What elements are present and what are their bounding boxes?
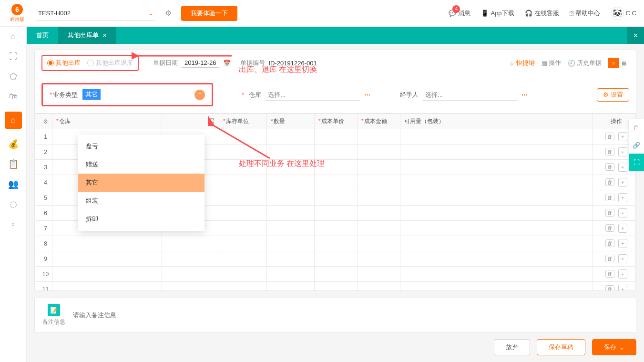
- tab-other-out[interactable]: 其他出库单 ✕: [58, 27, 116, 44]
- promo-button[interactable]: 我要体验一下: [181, 6, 237, 21]
- more-icon[interactable]: ▫: [9, 219, 18, 229]
- org-selector[interactable]: TEST-H002 ⌄: [36, 6, 155, 21]
- delete-row-icon[interactable]: 🗑: [605, 285, 614, 291]
- tab-bar: 首页 其他出库单 ✕ ✕: [27, 27, 644, 44]
- delete-row-icon[interactable]: 🗑: [605, 209, 614, 217]
- calendar-icon[interactable]: 📅: [223, 60, 231, 67]
- doc-date-value[interactable]: 2019-12-26: [182, 58, 219, 68]
- help-center-link[interactable]: ⍰ 帮助中心: [570, 9, 600, 18]
- delete-row-icon[interactable]: 🗑: [605, 178, 614, 186]
- add-row-icon[interactable]: ＋: [618, 254, 627, 263]
- add-row-icon[interactable]: ＋: [618, 239, 627, 248]
- dropdown-option[interactable]: 拆卸: [78, 210, 204, 228]
- table-row[interactable]: 8 🗑＋: [35, 236, 636, 251]
- note-tool-icon[interactable]: 🗒: [629, 119, 644, 136]
- table-row[interactable]: 9 🗑＋: [35, 251, 636, 267]
- more-dots-icon[interactable]: ⋯: [364, 91, 371, 98]
- add-row-icon[interactable]: ＋: [618, 163, 627, 172]
- clipboard-icon[interactable]: 📋: [9, 159, 18, 169]
- add-row-icon[interactable]: ＋: [618, 193, 627, 202]
- remark-input[interactable]: [73, 308, 628, 322]
- dropdown-option[interactable]: 赠送: [78, 155, 204, 174]
- doc-no-value: ID-20191226-001: [269, 60, 317, 67]
- tab-home-label: 首页: [36, 31, 49, 40]
- people-icon[interactable]: 👥: [9, 179, 18, 189]
- add-row-icon[interactable]: ＋: [618, 224, 627, 233]
- gear-icon: ⚙: [603, 91, 609, 98]
- app-download-link[interactable]: 📱 App下载: [481, 9, 514, 18]
- add-row-icon[interactable]: ＋: [618, 285, 627, 291]
- user-menu[interactable]: 🐼 C C: [611, 7, 636, 20]
- table-row[interactable]: 11 🗑＋: [35, 282, 636, 291]
- delete-row-icon[interactable]: 🗑: [605, 163, 614, 171]
- help-icon: ⍰: [570, 10, 573, 17]
- settings-gear-icon[interactable]: ⚙: [165, 9, 172, 18]
- app-download-label: App下载: [491, 9, 514, 18]
- tab-other-out-label: 其他出库单: [68, 31, 99, 40]
- table-settings-icon[interactable]: ⚙: [35, 114, 52, 129]
- settings-button[interactable]: ⚙ 设置: [597, 88, 629, 102]
- dropdown-option[interactable]: 盘亏: [78, 137, 204, 155]
- radio-other-return[interactable]: 其他出库退库: [87, 59, 133, 67]
- tag-icon[interactable]: ⬠: [9, 72, 18, 81]
- note-icon: 📝: [48, 304, 60, 316]
- discard-button[interactable]: 放弃: [494, 339, 530, 355]
- expand-tool-icon[interactable]: ⛶: [629, 154, 644, 171]
- dropdown-option[interactable]: 其它: [78, 174, 204, 192]
- doc-header-row1: 其他出库 其他出库退库 单据日期 2019-12-26 📅 单据编号 ID-20…: [35, 50, 636, 76]
- doc-no-label: 单据编号: [240, 59, 265, 67]
- dropdown-option[interactable]: 组装: [78, 192, 204, 210]
- delete-row-icon[interactable]: 🗑: [605, 133, 614, 140]
- tab-home[interactable]: 首页: [27, 27, 58, 44]
- chevron-down-icon: ⌄: [619, 344, 624, 351]
- money-icon[interactable]: 💰: [9, 139, 18, 149]
- online-service-label: 在线客服: [534, 9, 559, 18]
- required-mark: *: [50, 91, 52, 98]
- doc-header-actions: ☼快捷键 ▦操作 🕘历史单据 ≡ ▦: [509, 58, 629, 68]
- online-service-link[interactable]: 🎧 在线客服: [525, 9, 559, 18]
- table-row[interactable]: 10 🗑＋: [35, 267, 636, 282]
- home-icon[interactable]: ⌂: [9, 31, 18, 41]
- view-grid-icon[interactable]: ▦: [619, 58, 629, 68]
- biz-type-dropdown: 盘亏赠送其它组装拆卸: [78, 134, 204, 231]
- brand-tag: 标准版: [10, 16, 24, 23]
- left-sidebar: ⌂ ⛶ ⬠ 🛍 ⌂ 💰 📋 👥 ◌ ▫: [0, 27, 27, 362]
- col-cost-amount: *成本金额: [358, 114, 400, 129]
- tab-close-icon[interactable]: ✕: [102, 32, 107, 39]
- add-row-icon[interactable]: ＋: [618, 269, 627, 279]
- add-row-icon[interactable]: ＋: [618, 208, 627, 217]
- delete-row-icon[interactable]: 🗑: [605, 239, 614, 247]
- tab-close-all[interactable]: ✕: [627, 27, 644, 44]
- col-warehouse: *仓库: [52, 114, 162, 129]
- handler-select[interactable]: [422, 89, 518, 101]
- cart-icon[interactable]: 🛍: [9, 92, 18, 101]
- chevron-up-icon[interactable]: ⌃: [194, 90, 205, 100]
- history-action[interactable]: 🕘历史单据: [568, 59, 602, 67]
- gift-icon[interactable]: ⛶: [9, 52, 18, 61]
- add-row-icon[interactable]: ＋: [618, 147, 627, 156]
- delete-row-icon[interactable]: 🗑: [605, 194, 614, 201]
- delete-row-icon[interactable]: 🗑: [605, 224, 614, 232]
- link-tool-icon[interactable]: 🔗: [629, 136, 644, 154]
- delete-row-icon[interactable]: 🗑: [605, 255, 614, 262]
- view-list-icon[interactable]: ≡: [608, 58, 619, 68]
- more-dots-icon[interactable]: ⋯: [521, 91, 529, 98]
- delete-row-icon[interactable]: 🗑: [605, 270, 614, 278]
- add-row-icon[interactable]: ＋: [618, 178, 627, 187]
- sync-icon[interactable]: ◌: [9, 199, 18, 209]
- warehouse-icon[interactable]: ⌂: [5, 112, 22, 129]
- headset-icon: 🎧: [525, 10, 532, 17]
- delete-row-icon[interactable]: 🗑: [605, 148, 614, 155]
- save-draft-button[interactable]: 保存草稿: [537, 339, 585, 355]
- add-row-icon[interactable]: ＋: [618, 132, 627, 141]
- warehouse-select[interactable]: [265, 89, 360, 101]
- radio-other-out[interactable]: 其他出库: [47, 59, 81, 67]
- view-toggle: ≡ ▦: [608, 58, 629, 68]
- out-return-radio-group: 其他出库 其他出库退库: [41, 55, 139, 71]
- messages-link[interactable]: 💬 消息 4: [449, 9, 470, 18]
- operate-action[interactable]: ▦操作: [542, 59, 561, 67]
- biz-type-select[interactable]: 其它: [82, 89, 101, 100]
- shortcut-action[interactable]: ☼快捷键: [509, 59, 535, 67]
- save-button[interactable]: 保存 ⌄: [592, 339, 636, 355]
- biz-type-field-wrap: * 业务类型 其它 ⌃: [41, 83, 213, 106]
